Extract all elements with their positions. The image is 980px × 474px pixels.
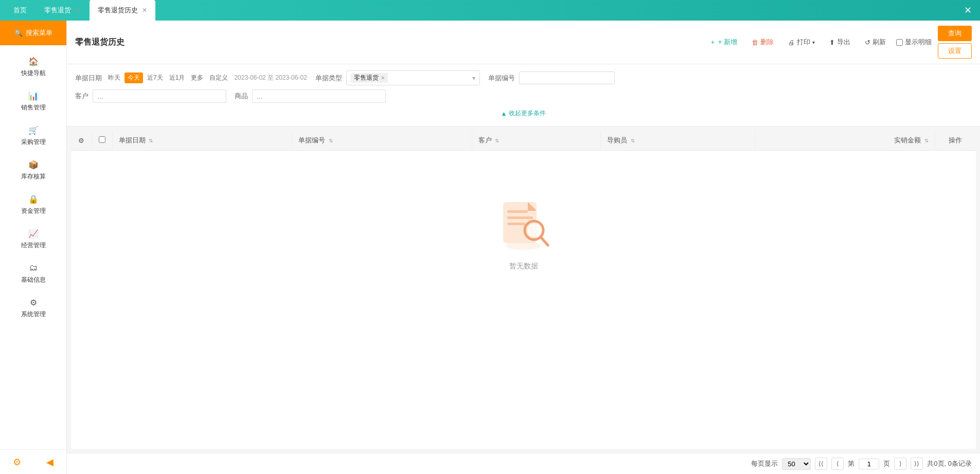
date-shortcut-more[interactable]: 更多 bbox=[189, 72, 205, 83]
delete-icon: 🗑 bbox=[752, 39, 758, 46]
query-button[interactable]: 查询 bbox=[938, 26, 972, 41]
business-mgmt-icon: 📈 bbox=[28, 228, 39, 239]
voucher-type-tag: 零售退货 ✕ bbox=[351, 73, 388, 83]
voucher-no-filter: 单据编号 bbox=[488, 71, 615, 84]
page-size-select[interactable]: 10 20 50 100 bbox=[782, 458, 811, 470]
sidebar-item-basic-info[interactable]: 🗂 基础信息 bbox=[0, 256, 66, 290]
refresh-icon: ↺ bbox=[865, 39, 870, 46]
column-settings-icon[interactable]: ⚙ bbox=[78, 137, 84, 144]
last-page-button[interactable]: ⟩⟩ bbox=[911, 458, 923, 470]
page-label: 页 bbox=[883, 459, 890, 468]
th-checkbox[interactable] bbox=[92, 131, 112, 151]
amount-sort-icon: ⇅ bbox=[924, 138, 929, 143]
search-icon: 🔍 bbox=[14, 29, 23, 37]
date-shortcut-yesterday[interactable]: 昨天 bbox=[106, 72, 122, 83]
date-filter-label: 单据日期 bbox=[75, 74, 102, 83]
filter-row-2: 客户 ... 商品 ... bbox=[75, 89, 972, 103]
tab-list: 首页 零售退货 ✕ 零售退货历史 ✕ bbox=[5, 0, 155, 21]
print-icon: 🖨 bbox=[788, 39, 795, 46]
page-label-pre: 第 bbox=[848, 459, 854, 468]
select-all-checkbox[interactable] bbox=[99, 136, 105, 143]
settings-button[interactable]: 设置 bbox=[938, 43, 972, 59]
close-tab-retail-return-history-icon[interactable]: ✕ bbox=[142, 7, 147, 14]
window-close-button[interactable]: ✕ bbox=[964, 5, 972, 16]
th-customer[interactable]: 客户 ⇅ bbox=[472, 131, 600, 151]
basic-info-icon: 🗂 bbox=[28, 262, 39, 274]
delete-button[interactable]: 🗑 删除 bbox=[747, 35, 778, 49]
date-shortcut-7days[interactable]: 近7天 bbox=[145, 72, 165, 83]
collapse-filter-button[interactable]: ▲ 收起更多条件 bbox=[495, 107, 553, 120]
add-label: + 新增 bbox=[718, 38, 737, 47]
finance-mgmt-icon: 🔒 bbox=[28, 193, 39, 205]
th-no[interactable]: 单据编号 ⇅ bbox=[292, 131, 472, 151]
show-detail-checkbox[interactable] bbox=[896, 39, 903, 46]
date-range-display: 2023-06-02 至 2023-06-02 bbox=[234, 74, 307, 82]
svg-rect-4 bbox=[507, 223, 525, 225]
sidebar-item-quick-nav[interactable]: 🏠 快捷导航 bbox=[0, 49, 66, 84]
print-button[interactable]: 🖨 打印 ▾ bbox=[784, 35, 819, 49]
date-shortcut-1month[interactable]: 近1月 bbox=[167, 72, 187, 83]
search-menu-button[interactable]: 🔍 搜索菜单 bbox=[0, 21, 66, 45]
date-sort-icon: ⇅ bbox=[149, 138, 153, 143]
table-header-row: ⚙ 单据日期 ⇅ 单据编号 ⇅ bbox=[71, 131, 976, 151]
sidebar-item-inventory[interactable]: 📦 库存核算 bbox=[0, 153, 66, 187]
next-page-button[interactable]: ⟩ bbox=[894, 458, 906, 470]
collapse-sidebar-icon[interactable]: ◀ bbox=[46, 457, 54, 468]
th-action: 操作 bbox=[935, 131, 976, 151]
sidebar-item-sales-mgmt[interactable]: 📊 销售管理 bbox=[0, 84, 66, 118]
date-shortcuts: 昨天 今天 近7天 近1月 更多 自定义 bbox=[106, 72, 230, 83]
add-button[interactable]: ＋ + 新增 bbox=[705, 35, 741, 49]
tab-retail-return[interactable]: 零售退货 ✕ bbox=[36, 0, 88, 21]
voucher-type-chevron-icon: ▾ bbox=[472, 75, 475, 82]
page-title: 零售退货历史 bbox=[75, 37, 124, 48]
date-shortcut-today[interactable]: 今天 bbox=[124, 72, 143, 83]
customer-filter: 客户 ... bbox=[75, 89, 226, 103]
filter-row-1: 单据日期 昨天 今天 近7天 近1月 更多 自定义 2023-06-02 至 2… bbox=[75, 70, 972, 85]
customer-label: 客户 bbox=[75, 92, 88, 101]
page-size-label: 每页显示 bbox=[751, 459, 778, 468]
page-number-input[interactable] bbox=[859, 459, 879, 469]
quick-nav-icon: 🏠 bbox=[28, 56, 39, 67]
th-date[interactable]: 单据日期 ⇅ bbox=[112, 131, 292, 151]
settings-bottom-icon[interactable]: ⚙ bbox=[13, 457, 21, 468]
add-icon: ＋ bbox=[709, 38, 716, 47]
page-header: 零售退货历史 ＋ + 新增 🗑 删除 🖨 打印 ▾ ⬆ 导出 bbox=[67, 21, 980, 64]
sidebar: 🔍 搜索菜单 🏠 快捷导航 📊 销售管理 🛒 采购管理 📦 库存核算 🔒 bbox=[0, 21, 67, 474]
goods-label: 商品 bbox=[235, 92, 248, 101]
close-tab-retail-return-icon[interactable]: ✕ bbox=[75, 7, 80, 14]
export-button[interactable]: ⬆ 导出 bbox=[825, 35, 854, 49]
sidebar-item-business-mgmt[interactable]: 📈 经营管理 bbox=[0, 222, 66, 256]
sidebar-item-purchase-mgmt[interactable]: 🛒 采购管理 bbox=[0, 118, 66, 153]
data-table: ⚙ 单据日期 ⇅ 单据编号 ⇅ bbox=[71, 131, 976, 312]
goods-ellipsis-icon: ... bbox=[257, 92, 263, 100]
refresh-label: 刷新 bbox=[872, 38, 886, 47]
svg-line-9 bbox=[541, 237, 548, 245]
goods-input[interactable]: ... bbox=[252, 89, 386, 103]
th-guide[interactable]: 导购员 ⇅ bbox=[600, 131, 755, 151]
empty-icon bbox=[493, 192, 555, 253]
voucher-type-tag-close-icon[interactable]: ✕ bbox=[381, 75, 385, 81]
content-area: 零售退货历史 ＋ + 新增 🗑 删除 🖨 打印 ▾ ⬆ 导出 bbox=[67, 21, 980, 474]
sidebar-item-finance-mgmt[interactable]: 🔒 资金管理 bbox=[0, 187, 66, 222]
date-shortcut-custom[interactable]: 自定义 bbox=[207, 72, 230, 83]
voucher-type-filter: 单据类型 零售退货 ✕ ▾ bbox=[315, 70, 480, 85]
sidebar-item-system-mgmt[interactable]: ⚙ 系统管理 bbox=[0, 290, 66, 325]
customer-ellipsis-icon: ... bbox=[97, 92, 103, 100]
voucher-type-label: 单据类型 bbox=[315, 74, 342, 83]
sidebar-nav: 🏠 快捷导航 📊 销售管理 🛒 采购管理 📦 库存核算 🔒 资金管理 📈 bbox=[0, 45, 66, 449]
first-page-button[interactable]: ⟨⟨ bbox=[815, 458, 827, 470]
prev-page-button[interactable]: ⟨ bbox=[831, 458, 844, 470]
customer-input[interactable]: ... bbox=[93, 89, 226, 103]
voucher-type-select[interactable]: 零售退货 ✕ ▾ bbox=[346, 70, 480, 85]
svg-rect-2 bbox=[507, 210, 528, 213]
refresh-button[interactable]: ↺ 刷新 bbox=[861, 35, 890, 49]
top-bar: 首页 零售退货 ✕ 零售退货历史 ✕ ✕ bbox=[0, 0, 980, 21]
collapse-label: 收起更多条件 bbox=[509, 109, 546, 118]
show-detail-checkbox-label[interactable]: 显示明细 bbox=[896, 38, 932, 47]
tab-retail-return-history[interactable]: 零售退货历史 ✕ bbox=[90, 0, 155, 21]
th-amount[interactable]: 实销金额 ⇅ bbox=[755, 131, 935, 151]
svg-point-8 bbox=[527, 224, 541, 237]
tab-home[interactable]: 首页 bbox=[5, 0, 35, 21]
voucher-no-input[interactable] bbox=[519, 71, 615, 84]
th-settings[interactable]: ⚙ bbox=[71, 131, 92, 151]
